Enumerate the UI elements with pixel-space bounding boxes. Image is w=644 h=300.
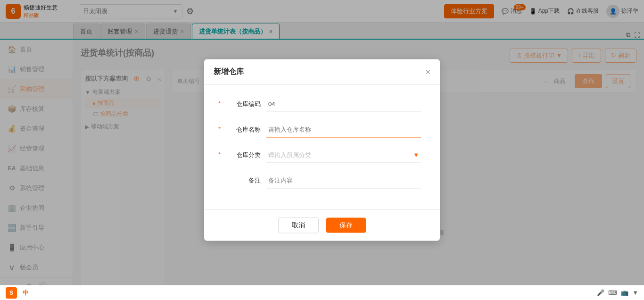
bottom-bar: S 中 🎤 ⌨ 📺 ▼ [0,285,644,300]
form-row-code: 仓库编码 [223,96,421,112]
remark-input[interactable] [266,173,421,189]
modal-footer: 取消 保存 [204,209,440,241]
bottom-text: 中 [23,289,29,297]
category-select[interactable]: 请输入所属分类 ▼ [266,147,421,163]
new-warehouse-modal: 新增仓库 × 仓库编码 仓库名称 仓库分类 请输入所属分类 ▼ 备注 取消 保存 [204,59,440,241]
bottom-mic-icon[interactable]: 🎤 [597,289,604,296]
cancel-button[interactable]: 取消 [278,217,319,233]
bottom-keyboard-icon[interactable]: ⌨ [608,289,617,296]
form-row-name: 仓库名称 [223,122,421,138]
warehouse-code-input[interactable] [266,96,421,112]
save-button[interactable]: 保存 [326,218,366,233]
form-row-category: 仓库分类 请输入所属分类 ▼ [223,147,421,163]
category-label: 仓库分类 [223,151,261,159]
name-label: 仓库名称 [223,125,261,134]
modal-title: 新增仓库 [214,67,244,77]
bottom-icons: 🎤 ⌨ 📺 ▼ [597,289,638,296]
bottom-logo: S [6,287,17,299]
category-placeholder: 请输入所属分类 [268,150,311,159]
code-label: 仓库编码 [223,100,261,108]
modal-header: 新增仓库 × [204,59,440,85]
form-row-remark: 备注 [223,173,421,189]
bottom-chevron-icon[interactable]: ▼ [632,289,638,296]
warehouse-name-input[interactable] [266,122,421,138]
modal-close-button[interactable]: × [425,67,430,76]
modal-body: 仓库编码 仓库名称 仓库分类 请输入所属分类 ▼ 备注 [204,85,440,209]
bottom-display-icon[interactable]: 📺 [621,289,628,296]
category-dropdown-icon: ▼ [413,151,419,158]
remark-label: 备注 [223,176,261,185]
